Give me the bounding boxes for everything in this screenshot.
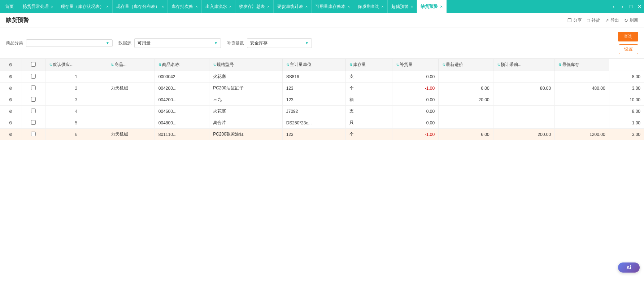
row-latest-price: 200.00 (493, 129, 555, 140)
tab-close-inout-flow[interactable]: × (229, 4, 231, 9)
share-button[interactable]: ❐ 分享 (567, 17, 582, 23)
row-gear[interactable]: ⚙ (0, 83, 22, 94)
tab-inventory-dist[interactable]: 现存量（库存分布表） × (113, 0, 168, 13)
tab-overstock[interactable]: 超储预警 × (388, 0, 417, 13)
row-checkbox[interactable] (31, 74, 36, 79)
tab-shortage[interactable]: 缺货预警 × (417, 0, 446, 13)
filter-group-category: 商品分类 ▼ (6, 39, 113, 47)
tab-close-batch-account[interactable]: × (195, 4, 197, 9)
tab-close-shortage[interactable]: × (440, 4, 442, 9)
row-supplier: 力天机械 (107, 83, 155, 94)
row-checkbox-cell[interactable] (22, 94, 45, 106)
query-button[interactable]: 查询 (618, 32, 638, 41)
tab-bar: 首页 拣货异常处理 × 现存量（库存状况表） × 现存量（库存分布表） × 库存… (0, 0, 644, 13)
th-product-name[interactable]: ⇅商品名称 (155, 59, 209, 71)
row-gear[interactable]: ⚙ (0, 117, 22, 129)
tab-inventory-status[interactable]: 现存量（库存状况表） × (57, 0, 112, 13)
table-row: ⚙ 5 004800... 离合片 DS250*23c... 只 0.00 1.… (0, 117, 644, 129)
row-stock: 0.00 (392, 71, 438, 83)
row-latest-price (493, 71, 555, 83)
sort-icon-est-purchase: ⇅ (497, 63, 500, 67)
tab-abnormal[interactable]: 拣货异常处理 × (19, 0, 57, 13)
filter-group-datasource: 数据源 可用量 ▼ (118, 38, 221, 48)
th-replenish[interactable]: ⇅补货量 (392, 59, 438, 71)
th-latest-price[interactable]: ⇅最新进价 (439, 59, 493, 71)
tab-restore-btn[interactable]: □ (627, 0, 635, 13)
settings-button[interactable]: 设置 (619, 44, 638, 54)
replenish-base-label: 补货基数 (227, 40, 244, 46)
replenish-button[interactable]: □ 补货 (587, 17, 600, 23)
row-checkbox[interactable] (31, 85, 36, 90)
tab-close-abnormal[interactable]: × (51, 4, 53, 9)
tab-batch-account[interactable]: 库存批次账 × (168, 0, 201, 13)
tab-close-inventory-status[interactable]: × (106, 4, 108, 9)
th-spec[interactable]: ⇅规格型号 (209, 59, 283, 71)
row-product-name: 离合片 (209, 117, 283, 129)
export-button[interactable]: ↗ 导出 (605, 17, 619, 23)
table-row: ⚙ 6 力天机械 801110... PC200张紧油缸 123 个 -1.00… (0, 129, 644, 140)
row-checkbox-cell[interactable] (22, 129, 45, 140)
sort-icon-product-name: ⇅ (158, 63, 161, 67)
row-supplier: 力天机械 (107, 129, 155, 140)
row-unit: 个 (346, 129, 392, 140)
tab-avail-ledger[interactable]: 可用量库存账本 × (312, 0, 354, 13)
row-latest-price (493, 94, 555, 106)
datasource-select[interactable]: 可用量 ▼ (134, 38, 221, 48)
row-gear[interactable]: ⚙ (0, 129, 22, 140)
th-gear[interactable]: ⚙ (0, 59, 22, 71)
row-gear[interactable]: ⚙ (0, 94, 22, 106)
ai-bubble[interactable]: Ai (618, 262, 640, 273)
data-table: ⚙ ⇅默认供应... ⇅商品... ⇅商品名称 ⇅规格型号 ⇅主计量单位 ⇅库存… (0, 59, 644, 140)
row-min-stock: 3.00 (609, 83, 644, 94)
th-stock[interactable]: ⇅库存量 (346, 59, 392, 71)
tab-close-receive-summary[interactable]: × (267, 4, 269, 9)
tab-prev-btn[interactable]: ‹ (609, 0, 618, 13)
table-row: ⚙ 1 0000042 火花塞 SS816 支 0.00 8.00 (0, 71, 644, 83)
tab-receive-summary[interactable]: 收发存汇总表 × (235, 0, 273, 13)
tab-close-inventory-dist[interactable]: × (162, 4, 164, 9)
th-supplier[interactable]: ⇅默认供应... (45, 59, 107, 71)
category-select[interactable]: ▼ (26, 39, 113, 47)
th-min-stock[interactable]: ⇅最低库存 (555, 59, 609, 71)
row-min-stock: 3.00 (609, 129, 644, 140)
tab-close-btn[interactable]: ✕ (635, 0, 644, 13)
row-replenish: 6.00 (439, 83, 493, 94)
row-supplier (107, 106, 155, 117)
tab-close-overstock[interactable]: × (411, 4, 413, 9)
th-est-purchase[interactable]: ⇅预计采购... (493, 59, 555, 71)
row-replenish (439, 106, 493, 117)
sort-icon-replenish: ⇅ (396, 63, 399, 67)
th-product-code[interactable]: ⇅商品... (107, 59, 155, 71)
tab-close-avail-ledger[interactable]: × (348, 4, 350, 9)
th-unit[interactable]: ⇅主计量单位 (282, 59, 346, 71)
row-min-stock: 10.00 (609, 94, 644, 106)
row-stock: -1.00 (392, 83, 438, 94)
tab-inout-flow[interactable]: 出入库流水 × (202, 0, 235, 13)
row-checkbox-cell[interactable] (22, 83, 45, 94)
datasource-arrow-icon: ▼ (214, 41, 218, 45)
row-index: 2 (45, 83, 107, 94)
tab-next-btn[interactable]: › (618, 0, 627, 13)
refresh-button[interactable]: ↻ 刷新 (624, 17, 638, 23)
row-checkbox-cell[interactable] (22, 106, 45, 117)
row-checkbox[interactable] (31, 109, 36, 113)
select-all-checkbox[interactable] (31, 62, 36, 67)
tab-demand-stat[interactable]: 要货单统计表 × (274, 0, 312, 13)
tab-home[interactable]: 首页 (0, 0, 19, 13)
row-replenish (439, 71, 493, 83)
row-gear[interactable]: ⚙ (0, 71, 22, 83)
row-gear[interactable]: ⚙ (0, 106, 22, 117)
tab-close-demand-stat[interactable]: × (305, 4, 308, 9)
row-spec: SS816 (282, 71, 346, 83)
row-checkbox[interactable] (31, 132, 36, 136)
row-checkbox[interactable] (31, 120, 36, 125)
row-checkbox[interactable] (31, 97, 36, 102)
row-checkbox-cell[interactable] (22, 71, 45, 83)
row-unit: 支 (346, 71, 392, 83)
row-checkbox-cell[interactable] (22, 117, 45, 129)
tab-close-expiry[interactable]: × (382, 4, 384, 9)
tab-expiry[interactable]: 保质期查询 × (354, 0, 388, 13)
replenish-base-select[interactable]: 安全库存 ▼ (247, 38, 312, 48)
row-stock: 0.00 (392, 117, 438, 129)
table-header-row: ⚙ ⇅默认供应... ⇅商品... ⇅商品名称 ⇅规格型号 ⇅主计量单位 ⇅库存… (0, 59, 644, 71)
